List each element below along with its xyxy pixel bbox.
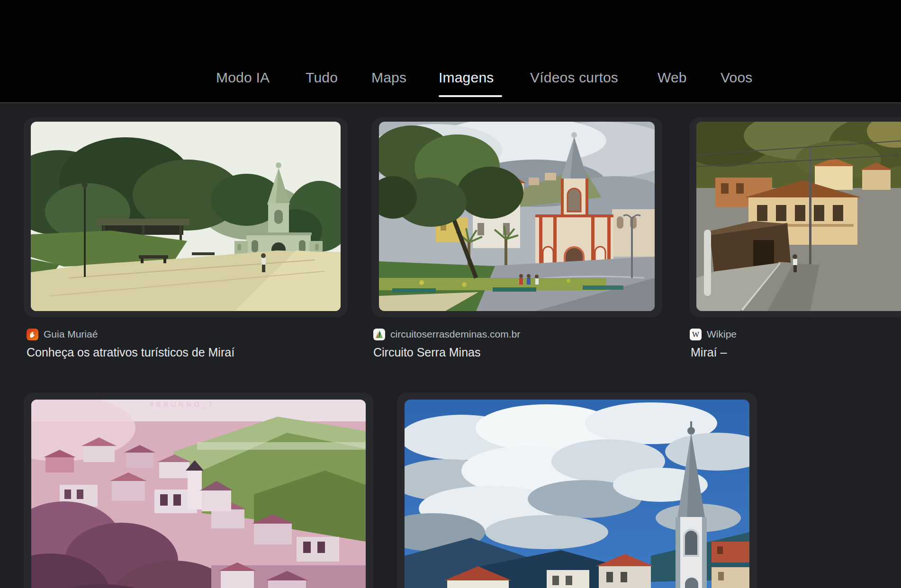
photo-illustration — [31, 122, 341, 311]
tab-imagens[interactable]: Imagens — [439, 69, 494, 88]
svg-text:W: W — [692, 330, 700, 339]
tab-voos[interactable]: Voos — [721, 69, 753, 88]
wikipedia-favicon-icon: W — [690, 329, 702, 340]
tab-maps[interactable]: Maps — [371, 69, 406, 88]
result-card[interactable]: #BRUNNO_7 — [24, 392, 373, 588]
photo-illustration — [379, 122, 655, 311]
thumbnail-blue-sky-church[interactable] — [405, 400, 749, 588]
result-card[interactable] — [24, 117, 348, 317]
tab-web[interactable]: Web — [658, 69, 687, 88]
source-name: Wikipe — [707, 329, 737, 340]
result-title[interactable]: Circuito Serra Minas — [373, 346, 480, 359]
tab-modo-ia[interactable]: Modo IA — [216, 69, 270, 88]
active-tab-underline — [439, 95, 502, 97]
photo-illustration — [405, 400, 749, 588]
result-title[interactable]: Miraí – — [691, 346, 727, 359]
guia-muriae-favicon-icon — [27, 329, 38, 340]
circuito-serras-favicon-icon — [373, 329, 385, 340]
tab-tudo[interactable]: Tudo — [306, 69, 338, 88]
photo-illustration — [696, 122, 901, 311]
result-title[interactable]: Conheça os atrativos turísticos de Miraí — [27, 346, 234, 359]
result-source[interactable]: Guia Muriaé — [27, 328, 98, 340]
source-name: circuitoserrasdeminas.com.br — [390, 329, 520, 340]
source-name: Guia Muriaé — [44, 329, 98, 340]
result-card[interactable] — [371, 117, 662, 317]
google-images-results-page: Modo IA Tudo Maps Imagens Vídeos curtos … — [0, 0, 901, 588]
search-header: Modo IA Tudo Maps Imagens Vídeos curtos … — [0, 0, 901, 102]
result-source[interactable]: W Wikipe — [690, 328, 737, 340]
photo-illustration — [31, 400, 366, 588]
thumbnail-matriz-church-square[interactable] — [379, 122, 655, 311]
result-card[interactable] — [689, 117, 901, 317]
thumbnail-green-church-square[interactable] — [31, 122, 341, 311]
result-source[interactable]: circuitoserrasdeminas.com.br — [373, 328, 520, 340]
header-divider — [0, 102, 901, 103]
tab-videos-curtos[interactable]: Vídeos curtos — [530, 69, 618, 88]
thumbnail-pink-town-panorama[interactable] — [31, 400, 366, 588]
result-card[interactable] — [397, 392, 757, 588]
thumbnail-street-view[interactable] — [696, 122, 901, 311]
